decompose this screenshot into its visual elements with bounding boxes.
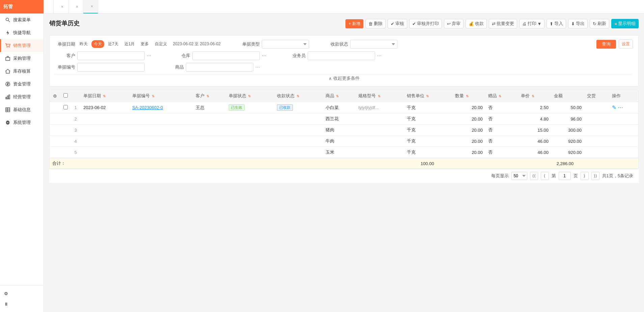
sidebar-item-system[interactable]: 系统管理 bbox=[0, 116, 44, 129]
cell-spec bbox=[356, 147, 404, 158]
customer-input[interactable] bbox=[77, 51, 145, 60]
refresh-button[interactable]: ↻ 刷新 bbox=[590, 19, 609, 28]
filter-doc-type: 单据类型 bbox=[240, 40, 309, 49]
collapse-filter-button[interactable]: ∧ 收起更多条件 bbox=[55, 74, 633, 82]
last-page-btn[interactable]: ⟩⟩ bbox=[591, 172, 599, 180]
payment-status-select[interactable] bbox=[350, 40, 397, 49]
date-btn-more[interactable]: 更多 bbox=[138, 40, 151, 48]
print-button[interactable]: 🖨 打印 ▼ bbox=[519, 19, 545, 28]
print-icon: 🖨 bbox=[522, 21, 527, 26]
summary-values: 100.00 2,286.00 bbox=[69, 161, 636, 166]
warehouse-input[interactable] bbox=[192, 51, 260, 60]
filter-row-3: 单据编号 商品 ··· bbox=[55, 63, 633, 72]
svg-rect-11 bbox=[6, 108, 10, 112]
export-button[interactable]: ⬇ 导出 bbox=[568, 19, 588, 28]
collect-button[interactable]: 💰 收款 bbox=[466, 19, 487, 28]
sales-person-more-icon[interactable]: ··· bbox=[377, 53, 382, 59]
import-button[interactable]: ⬆ 导入 bbox=[547, 19, 566, 28]
review-icon: ✔ bbox=[391, 21, 394, 26]
warehouse-more-icon[interactable]: ··· bbox=[262, 53, 266, 59]
tab-home[interactable] bbox=[44, 0, 54, 14]
filter-row-2: 客户 ··· 仓库 ··· 业务员 ··· bbox=[55, 51, 633, 60]
col-gift[interactable]: 赠品 ⇅ bbox=[485, 90, 519, 102]
date-btn-custom[interactable]: 自定义 bbox=[152, 40, 169, 48]
tab-close-sales-history[interactable]: × bbox=[91, 4, 93, 9]
prev-page-btn[interactable]: ⟨ bbox=[541, 172, 549, 180]
first-page-btn[interactable]: ⟨⟨ bbox=[530, 172, 538, 180]
sidebar-bottom-collapse[interactable]: ⏸ bbox=[0, 299, 44, 309]
cell-doc-number[interactable] bbox=[130, 125, 193, 136]
tab-sales-invoice[interactable]: × bbox=[68, 0, 83, 14]
cell-delivery bbox=[584, 102, 609, 113]
tab-close-sales-invoice[interactable]: × bbox=[76, 4, 78, 9]
data-table: ⚙ 单据日期 ⇅ 单据编号 ⇅ 客户 ⇅ 单据状态 ⇅ 收款状态 ⇅ 商品 ⇅ … bbox=[49, 90, 639, 169]
sidebar-item-inventory[interactable]: 库存核算 bbox=[0, 65, 44, 78]
date-btn-today[interactable]: 今天 bbox=[91, 40, 104, 48]
cell-doc-date bbox=[81, 125, 130, 136]
doc-number-link[interactable]: SA-20230602-0 bbox=[132, 105, 163, 110]
tab-sales-history[interactable]: × bbox=[83, 0, 98, 14]
sidebar-item-finance[interactable]: 资金管理 bbox=[0, 78, 44, 90]
edit-action-btn[interactable]: ✎ bbox=[612, 104, 616, 111]
doc-type-select[interactable] bbox=[262, 40, 309, 49]
cell-doc-number[interactable] bbox=[130, 147, 193, 158]
row-checkbox[interactable] bbox=[63, 105, 68, 109]
review-button[interactable]: ✔ 审核 bbox=[388, 19, 407, 28]
page-number-input[interactable] bbox=[559, 172, 571, 180]
add-button[interactable]: + 新增 bbox=[345, 19, 363, 28]
col-gear[interactable]: ⚙ bbox=[50, 90, 60, 102]
sidebar-item-operations[interactable]: 经营管理 bbox=[0, 90, 44, 103]
sidebar-bottom-settings[interactable]: ⚙ bbox=[0, 288, 44, 299]
per-page-label: 每页显示 bbox=[491, 173, 509, 179]
next-page-btn[interactable]: ⟩ bbox=[581, 172, 589, 180]
col-docdate[interactable]: 单据日期 ⇅ bbox=[81, 90, 130, 102]
doc-number-label: 单据编号 bbox=[55, 64, 75, 70]
delete-button[interactable]: 🗑 删除 bbox=[365, 19, 386, 28]
sidebar-item-sales[interactable]: 销售管理 bbox=[0, 39, 44, 52]
col-qty[interactable]: 数量 ⇅ bbox=[452, 90, 485, 102]
col-unit[interactable]: 销售单位 ⇅ bbox=[404, 90, 452, 102]
date-btn-yesterday[interactable]: 昨天 bbox=[77, 40, 90, 48]
sidebar-item-quicknav[interactable]: 快捷导航 bbox=[0, 26, 44, 39]
show-detail-button[interactable]: ≡ 显示明细 bbox=[611, 19, 639, 28]
row-number: 3 bbox=[71, 125, 81, 136]
sidebar-item-basic[interactable]: 基础信息 bbox=[0, 103, 44, 116]
product-input[interactable] bbox=[186, 63, 253, 72]
col-unitprice[interactable]: 单价 ⇅ bbox=[518, 90, 551, 102]
col-spec[interactable]: 规格型号 ⇅ bbox=[356, 90, 404, 102]
abandon-button[interactable]: ↩ 弃审 bbox=[444, 19, 464, 28]
cell-doc-number[interactable] bbox=[130, 113, 193, 125]
svg-point-3 bbox=[7, 47, 7, 48]
date-btn-7days[interactable]: 近7天 bbox=[106, 40, 121, 48]
cell-qty: 20.00 bbox=[452, 102, 485, 113]
select-all-checkbox[interactable] bbox=[63, 93, 68, 98]
cell-doc-number[interactable] bbox=[130, 136, 193, 147]
col-paymentstatus[interactable]: 收款状态 ⇅ bbox=[274, 90, 323, 102]
cell-doc-number[interactable]: SA-20230602-0 bbox=[130, 102, 193, 113]
col-checkbox bbox=[60, 90, 71, 102]
col-docnumber[interactable]: 单据编号 ⇅ bbox=[130, 90, 193, 102]
customer-more-icon[interactable]: ··· bbox=[147, 53, 151, 59]
collect-icon: 💰 bbox=[469, 21, 474, 26]
tab-close-sales-order[interactable]: × bbox=[61, 4, 63, 9]
query-button[interactable]: 查询 bbox=[596, 40, 616, 49]
col-customer[interactable]: 客户 ⇅ bbox=[193, 90, 226, 102]
lightning-icon bbox=[5, 30, 10, 35]
filter-settings-button[interactable]: 设置 bbox=[619, 40, 633, 49]
date-btn-1month[interactable]: 近1月 bbox=[122, 40, 137, 48]
per-page-select[interactable]: 50 100 200 bbox=[511, 172, 527, 180]
tab-sales-order[interactable]: × bbox=[54, 0, 68, 14]
batch-change-button[interactable]: ⇄ 批量变更 bbox=[489, 19, 517, 28]
col-product[interactable]: 商品 ⇅ bbox=[323, 90, 356, 102]
product-more-icon[interactable]: ··· bbox=[255, 64, 260, 70]
cell-payment-status bbox=[274, 136, 323, 147]
sidebar-item-search[interactable]: 搜索菜单 bbox=[0, 14, 44, 26]
doc-number-input[interactable] bbox=[77, 63, 145, 72]
col-docstatus[interactable]: 单据状态 ⇅ bbox=[226, 90, 274, 102]
cell-unit-price: 46.00 bbox=[518, 136, 551, 147]
more-action-btn[interactable]: ⋯ bbox=[618, 104, 623, 111]
review-print-button[interactable]: ✔ 审核并打印 bbox=[409, 19, 442, 28]
sales-person-input[interactable] bbox=[308, 51, 375, 60]
filter-warehouse: 仓库 ··· bbox=[170, 51, 266, 60]
sidebar-item-purchase[interactable]: 采购管理 bbox=[0, 52, 44, 65]
